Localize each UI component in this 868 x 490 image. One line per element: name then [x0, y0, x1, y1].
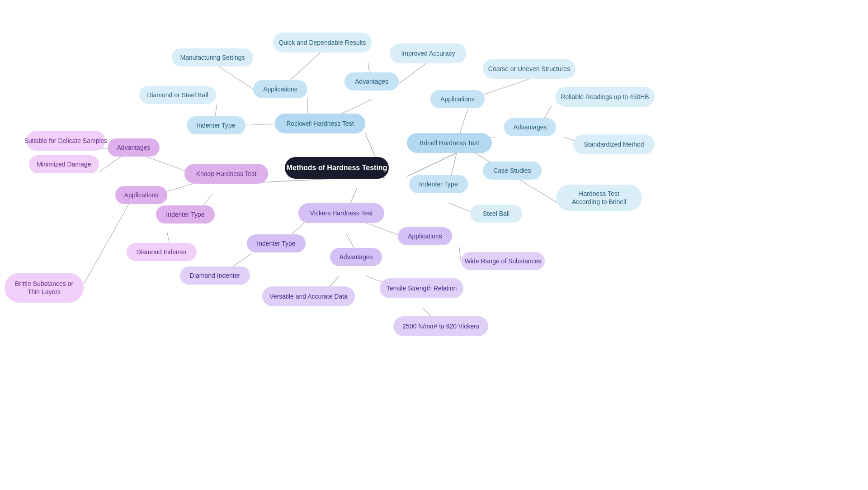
vickers-advantages-label: Advantages — [340, 253, 373, 261]
rockwell-indenter-label: Indenter Type — [197, 121, 235, 129]
vickers-2500-node: 2500 N/mm² to 920 Vickers — [393, 316, 488, 336]
wide-range-label: Wide Range of Substances — [465, 257, 542, 265]
reliable-readings-node: Reliable Readings up to 450HB — [555, 87, 655, 107]
vickers-node: Vickers Hardness Test — [298, 203, 384, 223]
versatile-accurate-label: Versatile and Accurate Data — [269, 292, 348, 300]
vickers-advantages-node: Advantages — [330, 248, 382, 266]
rockwell-indenter-node: Indenter Type — [187, 116, 245, 134]
diamond-steel-label: Diamond or Steel Ball — [147, 91, 208, 99]
wide-range-node: Wide Range of Substances — [461, 252, 545, 270]
rockwell-applications-label: Applications — [263, 85, 297, 93]
vickers-label: Vickers Hardness Test — [310, 209, 373, 217]
brinell-applications-label: Applications — [440, 95, 475, 103]
vickers-applications-label: Applications — [408, 232, 442, 240]
hardness-brinell-node: Hardness Test According to Brinell — [556, 185, 642, 211]
rockwell-advantages-node: Advantages — [344, 72, 399, 90]
brinell-indenter-label: Indenter Type — [419, 180, 458, 188]
svg-line-35 — [521, 181, 559, 204]
tensile-strength-node: Tensile Strength Relation — [380, 278, 463, 298]
svg-line-16 — [99, 157, 121, 172]
minimized-damage-node: Minimized Damage — [29, 155, 99, 173]
suitable-delicate-label: Suitable for Delicate Samples — [24, 137, 108, 145]
reliable-readings-label: Reliable Readings up to 450HB — [561, 93, 649, 101]
knoop-applications-label: Applications — [124, 191, 159, 199]
diamond-steel-node: Diamond or Steel Ball — [139, 86, 216, 104]
standardized-method-node: Standardized Method — [573, 134, 655, 154]
knoop-advantages-label: Advantages — [117, 143, 151, 152]
improved-accuracy-node: Improved Accuracy — [390, 43, 467, 63]
improved-accuracy-label: Improved Accuracy — [401, 49, 455, 57]
center-node: Methods of Hardness Testing — [285, 157, 389, 179]
hardness-brinell-label: Hardness Test According to Brinell — [564, 190, 634, 206]
quick-dependable-label: Quick and Dependable Results — [279, 38, 366, 47]
diamond-indenter1-node: Diamond Indenter — [127, 243, 197, 261]
brittle-label: Brittle Substances or Thin Layers — [13, 280, 75, 296]
minimized-damage-label: Minimized Damage — [37, 160, 91, 168]
standardized-method-label: Standardized Method — [584, 140, 644, 148]
brinell-case-studies-node: Case Studies — [483, 162, 542, 180]
coarse-uneven-label: Coarse or Uneven Structures — [488, 65, 570, 73]
rockwell-node: Rockwell Hardness Test — [275, 114, 365, 133]
quick-dependable-node: Quick and Dependable Results — [273, 33, 372, 52]
knoop-indenter-label: Indenter Type — [166, 210, 204, 219]
coarse-uneven-node: Coarse or Uneven Structures — [483, 59, 576, 79]
diamond-indenter1-label: Diamond Indenter — [137, 248, 187, 256]
svg-line-3 — [407, 153, 457, 176]
brinell-advantages-node: Advantages — [504, 118, 556, 136]
brinell-advantages-label: Advantages — [514, 123, 547, 131]
brinell-node: Brinell Hardness Test — [407, 133, 492, 153]
knoop-applications-node: Applications — [115, 186, 167, 204]
steel-ball-node: Steel Ball — [470, 205, 522, 223]
versatile-accurate-node: Versatile and Accurate Data — [262, 286, 355, 306]
manufacturing-node: Manufacturing Settings — [172, 48, 253, 67]
svg-line-10 — [219, 67, 253, 89]
vickers-indenter-label: Indenter Type — [257, 239, 295, 247]
brittle-node: Brittle Substances or Thin Layers — [5, 273, 84, 303]
rockwell-label: Rockwell Hardness Test — [286, 119, 354, 128]
steel-ball-label: Steel Ball — [483, 209, 509, 218]
knoop-advantages-node: Advantages — [108, 138, 160, 157]
vickers-2500-label: 2500 N/mm² to 920 Vickers — [402, 322, 479, 330]
brinell-case-studies-label: Case Studies — [493, 167, 531, 175]
rockwell-advantages-label: Advantages — [355, 77, 388, 86]
vickers-indenter-node: Indenter Type — [247, 234, 306, 252]
brinell-applications-node: Applications — [430, 90, 485, 108]
knoop-label: Knoop Hardness Test — [196, 170, 257, 178]
knoop-indenter-node: Indenter Type — [156, 205, 215, 224]
manufacturing-label: Manufacturing Settings — [180, 53, 245, 62]
brinell-indenter-node: Indenter Type — [409, 175, 468, 193]
vickers-applications-node: Applications — [398, 227, 452, 245]
knoop-node: Knoop Hardness Test — [184, 164, 268, 184]
diamond-indenter2-node: Diamond Indenter — [180, 266, 250, 285]
diamond-indenter2-label: Diamond Indenter — [190, 271, 240, 280]
rockwell-applications-node: Applications — [253, 80, 307, 98]
center-label: Methods of Hardness Testing — [287, 163, 387, 173]
tensile-strength-label: Tensile Strength Relation — [387, 284, 457, 292]
brinell-label: Brinell Hardness Test — [420, 139, 479, 147]
suitable-delicate-node: Suitable for Delicate Samples — [26, 131, 105, 151]
svg-line-17 — [84, 204, 129, 284]
